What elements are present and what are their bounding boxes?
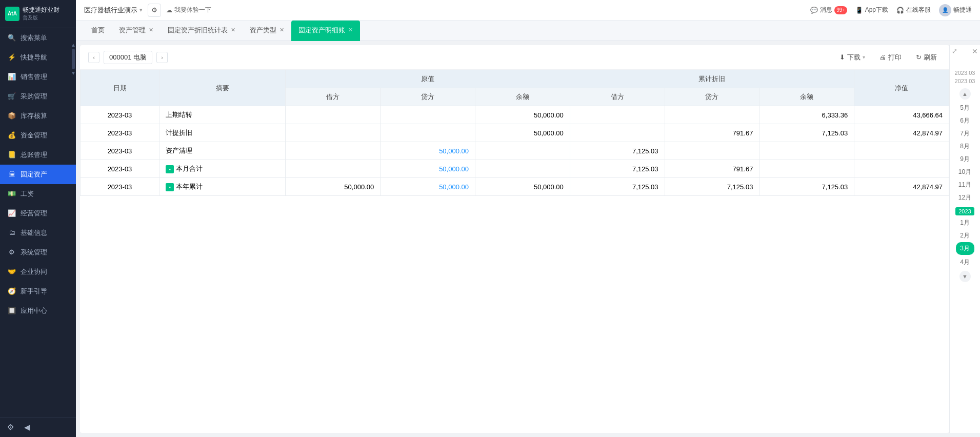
cell-dep-balance: 6,333.36 [759, 106, 854, 124]
timeline-month-9[interactable]: 9月 [950, 153, 980, 166]
subtotal-tag-icon: ▪ [166, 183, 174, 191]
timeline-month-1[interactable]: 1月 [950, 216, 980, 229]
cloud-icon: ☁ [166, 7, 172, 14]
sidebar-item-system[interactable]: ⚙ 系统管理 [0, 243, 76, 262]
sidebar-bottom: ⚙ ◀ [0, 417, 76, 437]
sidebar-item-payroll[interactable]: 💵 工资 [0, 184, 76, 204]
settings-bottom-icon[interactable]: ⚙ [7, 423, 14, 432]
company-selector[interactable]: 医疗器械行业演示 ▾ [84, 6, 143, 15]
inventory-icon: 📦 [7, 111, 16, 121]
cell-date: 2023-03 [81, 160, 159, 178]
sidebar-item-basic[interactable]: 🗂 基础信息 [0, 223, 76, 243]
asset-id-selector[interactable]: 000001 电脑 [104, 51, 152, 64]
apps-icon: 🔲 [7, 306, 16, 315]
cell-orig-balance [475, 142, 570, 160]
toolbar-right: ⬇ 下载 ▾ 🖨 打印 ↻ 刷新 [835, 51, 941, 64]
sidebar-item-quicknav[interactable]: ⚡ 快捷导航 [0, 48, 76, 67]
download-button[interactable]: ⬇ 下载 ▾ [835, 51, 869, 64]
sidebar-scroll-down[interactable]: ▼ [70, 69, 77, 77]
sidebar-scroll-up[interactable]: ▲ [70, 41, 77, 49]
cell-summary: ▪本年累计 [159, 178, 286, 196]
cell-summary: 资产清理 [159, 142, 286, 160]
service-button[interactable]: 🎧 在线客服 [896, 6, 931, 14]
timeline-panel: ✕ ⤢ 2023.03 2023.03 ▲ 5月 6月 7月 8月 9月 10月… [949, 45, 980, 433]
experience-button[interactable]: ☁ 我要体验一下 [166, 6, 211, 14]
messages-button[interactable]: 💬 消息 99+ [810, 6, 847, 14]
sidebar-item-collab[interactable]: 🤝 企业协同 [0, 262, 76, 282]
refresh-button[interactable]: ↻ 刷新 [912, 51, 941, 64]
cell-date: 2023-03 [81, 178, 159, 196]
timeline-month-8[interactable]: 8月 [950, 140, 980, 153]
timeline-month-5[interactable]: 5月 [950, 102, 980, 114]
sidebar-item-finance[interactable]: 💰 资金管理 [0, 126, 76, 145]
tab-depreciation-close[interactable]: ✕ [231, 27, 235, 33]
timeline-month-2[interactable]: 2月 [950, 229, 980, 242]
mobile-icon: 📱 [855, 7, 863, 14]
collapse-icon[interactable]: ◀ [24, 423, 30, 432]
sidebar-item-sales[interactable]: 📊 销售管理 [0, 67, 76, 87]
timeline-month-7[interactable]: 7月 [950, 127, 980, 140]
cell-dep-debit: 7,125.03 [570, 178, 665, 196]
timeline-month-11[interactable]: 11月 [950, 178, 980, 191]
sidebar-item-guide[interactable]: 🧭 新手引导 [0, 282, 76, 301]
tab-assets-mgmt[interactable]: 资产管理 ✕ [112, 21, 161, 41]
tabbar: 首页 资产管理 ✕ 固定资产折旧统计表 ✕ 资产类型 ✕ 固定资产明细账 ✕ [76, 21, 980, 41]
download-chevron-icon: ▾ [863, 54, 865, 60]
basic-icon: 🗂 [7, 228, 16, 237]
topbar-settings-button[interactable]: ⚙ [148, 4, 161, 17]
table-row: 2023-03 上期结转 50,000.00 6,333.36 43,666.6… [81, 106, 949, 124]
timeline-month-3[interactable]: 3月 [956, 242, 974, 255]
timeline-nav-up[interactable]: ▲ [959, 88, 971, 100]
timeline-nav-down[interactable]: ▼ [959, 271, 971, 282]
main-panel: ‹ 000001 电脑 › ⬇ 下载 ▾ 🖨 打印 [80, 45, 949, 433]
tab-depreciation-table[interactable]: 固定资产折旧统计表 ✕ [161, 21, 243, 41]
topbar-right: 💬 消息 99+ 📱 App下载 🎧 在线客服 👤 畅捷通 [810, 4, 972, 16]
sidebar-item-search[interactable]: 🔍 搜索菜单 [0, 28, 76, 48]
sales-icon: 📊 [7, 72, 16, 82]
cell-orig-debit: 50,000.00 [286, 178, 381, 196]
cell-net-value [854, 160, 949, 178]
ledger-icon: 📒 [7, 150, 16, 160]
timeline-month-12[interactable]: 12月 [950, 191, 980, 204]
timeline-month-10[interactable]: 10月 [950, 166, 980, 178]
sidebar-item-assets[interactable]: 🏛 固定资产 [0, 165, 76, 184]
system-icon: ⚙ [7, 248, 16, 257]
sidebar-item-inventory[interactable]: 📦 库存核算 [0, 106, 76, 126]
cell-summary: 计提折旧 [159, 124, 286, 142]
tab-asset-type-close[interactable]: ✕ [279, 27, 284, 33]
tab-asset-detail-close[interactable]: ✕ [348, 27, 353, 33]
cell-summary: 上期结转 [159, 106, 286, 124]
sidebar-item-apps[interactable]: 🔲 应用中心 [0, 301, 76, 321]
guide-icon: 🧭 [7, 287, 16, 296]
panel-toolbar: ‹ 000001 电脑 › ⬇ 下载 ▾ 🖨 打印 [80, 45, 949, 70]
sidebar-item-ledger[interactable]: 📒 总账管理 [0, 145, 76, 165]
timeline-month-4[interactable]: 4月 [950, 256, 980, 269]
user-menu[interactable]: 👤 畅捷通 [939, 4, 972, 16]
prev-asset-button[interactable]: ‹ [88, 52, 99, 63]
sidebar-item-ops[interactable]: 📈 经营管理 [0, 204, 76, 223]
next-asset-button[interactable]: › [156, 52, 168, 63]
messages-icon: 💬 [810, 7, 818, 14]
tab-assets-mgmt-close[interactable]: ✕ [149, 27, 153, 33]
cell-dep-balance [759, 160, 854, 178]
timeline-expand-button[interactable]: ⤢ [952, 47, 957, 55]
app-download-button[interactable]: 📱 App下载 [855, 6, 888, 14]
cell-orig-balance: 50,000.00 [475, 106, 570, 124]
messages-badge: 99+ [834, 6, 847, 14]
timeline-close-button[interactable]: ✕ [972, 47, 978, 55]
purchase-icon: 🛒 [7, 92, 16, 101]
tab-home[interactable]: 首页 [84, 21, 112, 41]
payroll-icon: 💵 [7, 189, 16, 198]
tab-asset-detail[interactable]: 固定资产明细账 ✕ [291, 21, 360, 41]
assets-icon: 🏛 [7, 170, 16, 179]
left-arrow-icon: ‹ [93, 54, 95, 61]
tab-asset-type[interactable]: 资产类型 ✕ [243, 21, 291, 41]
cell-dep-credit: 791.67 [665, 124, 759, 142]
sidebar-item-purchase[interactable]: 🛒 采购管理 [0, 87, 76, 106]
print-button[interactable]: 🖨 打印 [875, 51, 906, 64]
cell-dep-balance: 7,125.03 [759, 124, 854, 142]
timeline-month-6[interactable]: 6月 [950, 114, 980, 127]
cell-net-value: 43,666.64 [854, 106, 949, 124]
cell-date: 2023-03 [81, 106, 159, 124]
cell-orig-balance: 50,000.00 [475, 178, 570, 196]
